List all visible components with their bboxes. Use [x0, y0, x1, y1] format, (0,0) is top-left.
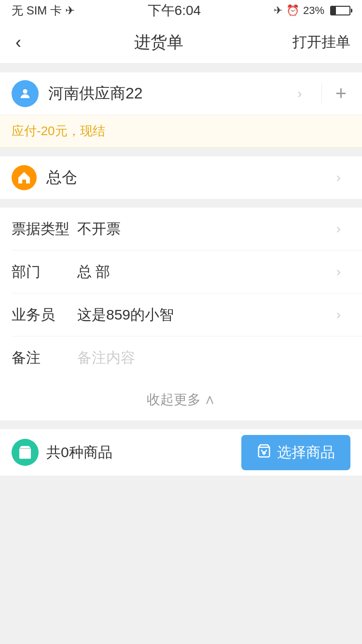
supplier-avatar: [12, 80, 39, 107]
department-row[interactable]: 部门 总 部 ›: [0, 251, 362, 293]
notice-banner: 应付-20元，现结: [0, 115, 362, 148]
chevron-right-invoice-icon: ›: [336, 221, 341, 237]
invoice-type-row[interactable]: 票据类型 不开票 ›: [0, 208, 362, 250]
collapse-bar[interactable]: 收起更多 ∧: [0, 379, 362, 420]
vertical-divider: [321, 84, 322, 103]
chevron-right-icon: ›: [297, 86, 302, 101]
bag-icon: [17, 445, 33, 460]
status-time: 下午6:04: [148, 1, 201, 20]
remark-label: 备注: [12, 348, 70, 368]
remark-row[interactable]: 备注 备注内容: [0, 336, 362, 379]
warehouse-row[interactable]: 总仓 ›: [0, 156, 362, 199]
alarm-icon: ⏰: [286, 4, 299, 17]
select-product-button[interactable]: 选择商品: [241, 435, 350, 470]
invoice-type-value: 不开票: [77, 219, 336, 239]
invoice-type-label: 票据类型: [12, 219, 70, 239]
salesman-row[interactable]: 业务员 这是859的小智 ›: [0, 294, 362, 336]
select-product-label: 选择商品: [277, 443, 335, 462]
section-gap-3: [0, 199, 362, 208]
svg-point-0: [23, 89, 27, 93]
back-button[interactable]: ‹: [12, 28, 25, 56]
cart-icon: [257, 444, 271, 462]
supplier-row[interactable]: 河南供应商22 › +: [0, 72, 362, 115]
section-gap-2: [0, 148, 362, 156]
person-icon: [18, 87, 32, 100]
battery-percent: 23%: [303, 4, 324, 17]
supplier-name: 河南供应商22: [48, 83, 297, 104]
form-section: 票据类型 不开票 › 部门 总 部 › 业务员 这是859的小智 › 备注 备注…: [0, 208, 362, 379]
status-right: ✈ ⏰ 23%: [274, 4, 350, 17]
page-rest: [0, 476, 362, 611]
product-count: 共0种商品: [46, 443, 241, 462]
location-icon: ✈: [274, 4, 282, 17]
home-icon: [16, 170, 32, 185]
chevron-right-salesman-icon: ›: [336, 307, 341, 322]
chevron-right-warehouse-icon: ›: [336, 170, 341, 185]
collapse-text: 收起更多 ∧: [147, 391, 216, 409]
salesman-value: 这是859的小智: [77, 305, 336, 325]
salesman-label: 业务员: [12, 305, 70, 325]
nav-bar: ‹ 进货单 打开挂单: [0, 21, 362, 64]
department-label: 部门: [12, 262, 70, 282]
add-supplier-button[interactable]: +: [332, 81, 350, 106]
chevron-right-department-icon: ›: [336, 264, 341, 280]
warehouse-icon: [12, 165, 37, 190]
supplier-section: 河南供应商22 › + 应付-20元，现结: [0, 72, 362, 148]
warehouse-section: 总仓 ›: [0, 156, 362, 199]
bottom-bar: 共0种商品 选择商品: [0, 429, 362, 476]
product-bag-icon: [12, 439, 39, 466]
battery-icon: [330, 6, 350, 15]
bottom-divider: [0, 420, 362, 429]
open-pending-button[interactable]: 打开挂单: [292, 32, 350, 52]
cart-svg-icon: [257, 444, 271, 458]
remark-input[interactable]: 备注内容: [77, 348, 350, 368]
status-bar: 无 SIM 卡 ✈ 下午6:04 ✈ ⏰ 23%: [0, 0, 362, 21]
status-network: 无 SIM 卡 ✈: [12, 3, 75, 18]
page-title: 进货单: [134, 31, 183, 54]
department-value: 总 部: [77, 262, 336, 282]
section-gap-1: [0, 64, 362, 72]
warehouse-name: 总仓: [46, 167, 336, 188]
